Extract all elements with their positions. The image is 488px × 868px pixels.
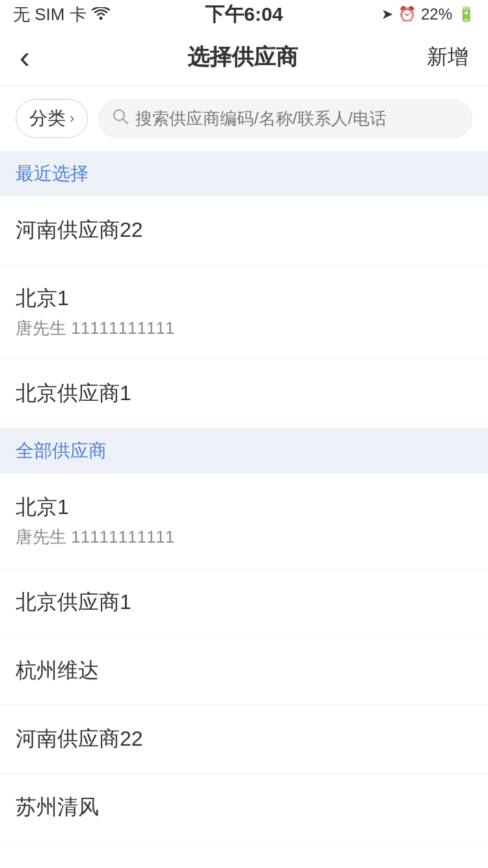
search-icon — [112, 108, 129, 129]
battery-icon: 🔋 — [457, 6, 475, 23]
category-label: 分类 — [29, 106, 66, 131]
status-left: 无 SIM 卡 — [13, 3, 110, 26]
status-time: 下午6:04 — [205, 1, 283, 28]
item-name: 河南供应商22 — [16, 725, 472, 753]
all-section-header: 全部供应商 — [0, 428, 488, 474]
search-input[interactable] — [135, 109, 459, 129]
item-sub: 唐先生 11111111111 — [16, 526, 472, 549]
item-name: 北京1 — [16, 493, 472, 522]
item-sub: 唐先生 11111111111 — [16, 317, 472, 340]
chevron-right-icon: › — [70, 110, 74, 127]
item-name: 苏州清风 — [16, 793, 472, 822]
all-list: 北京1 唐先生 11111111111 北京供应商1杭州维达河南供应商22苏州清… — [0, 474, 488, 842]
add-button[interactable]: 新增 — [427, 43, 468, 72]
category-button[interactable]: 分类 › — [16, 99, 88, 138]
item-name: 北京供应商1 — [16, 588, 472, 617]
list-item[interactable]: 北京1 唐先生 11111111111 — [0, 474, 488, 569]
svg-line-2 — [123, 119, 128, 124]
page-title: 选择供应商 — [187, 42, 298, 72]
recent-section-label: 最近选择 — [16, 163, 88, 183]
list-item[interactable]: 河南供应商22 — [0, 197, 488, 265]
item-name: 北京1 — [16, 284, 472, 313]
status-right: ➤ ⏰ 22% 🔋 — [381, 5, 475, 23]
list-item[interactable]: 苏州清风 — [0, 774, 488, 842]
status-bar: 无 SIM 卡 下午6:04 ➤ ⏰ 22% 🔋 — [0, 0, 488, 29]
filter-bar: 分类 › — [0, 86, 488, 151]
list-item[interactable]: 北京供应商1 — [0, 569, 488, 637]
wifi-icon — [92, 5, 110, 25]
recent-section-header: 最近选择 — [0, 151, 488, 197]
list-item[interactable]: 杭州维达 — [0, 637, 488, 705]
list-item[interactable]: 北京供应商1 — [0, 360, 488, 428]
all-section-label: 全部供应商 — [16, 441, 107, 461]
back-button[interactable]: ‹ — [20, 39, 59, 75]
battery-text: 22% — [421, 5, 452, 23]
alarm-icon: ⏰ — [398, 6, 416, 23]
location-icon: ➤ — [381, 6, 393, 23]
search-box — [98, 100, 472, 138]
no-sim-text: 无 SIM 卡 — [13, 3, 87, 26]
list-item[interactable]: 北京1 唐先生 11111111111 — [0, 265, 488, 360]
nav-bar: ‹ 选择供应商 新增 — [0, 29, 488, 86]
svg-point-0 — [99, 16, 102, 20]
item-name: 河南供应商22 — [16, 216, 472, 245]
list-item[interactable]: 河南供应商22 — [0, 705, 488, 774]
item-name: 北京供应商1 — [16, 379, 472, 408]
item-name: 杭州维达 — [16, 657, 472, 685]
recent-list: 河南供应商22 北京1 唐先生 11111111111 北京供应商1 — [0, 197, 488, 428]
